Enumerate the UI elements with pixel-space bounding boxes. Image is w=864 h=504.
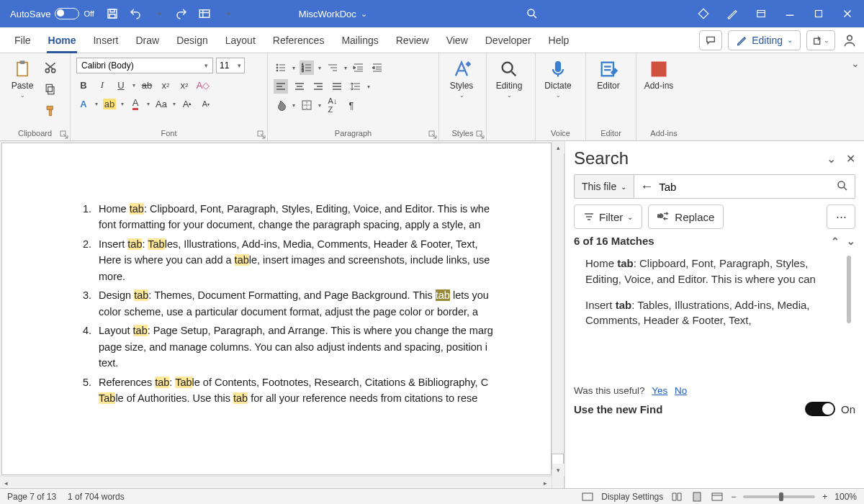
feedback-yes-link[interactable]: Yes bbox=[652, 385, 667, 396]
document-title[interactable]: MiscWorkDoc ⌄ bbox=[299, 9, 367, 19]
tab-view[interactable]: View bbox=[438, 27, 477, 53]
scroll-left-icon[interactable]: ◂ bbox=[0, 477, 12, 489]
replace-button[interactable]: ab Replace bbox=[648, 204, 724, 229]
panel-collapse-icon[interactable]: ⌄ bbox=[827, 152, 836, 166]
focus-mode-icon[interactable] bbox=[581, 491, 594, 503]
grid-icon[interactable] bbox=[198, 7, 211, 20]
list-item[interactable]: References tab: Table of Contents, Footn… bbox=[94, 374, 551, 407]
panel-close-icon[interactable]: ✕ bbox=[846, 152, 855, 166]
next-match-icon[interactable]: ⌄ bbox=[847, 235, 855, 247]
results-list[interactable]: Home tab: Clipboard, Font, Paragraph, St… bbox=[574, 253, 855, 377]
format-painter-icon[interactable] bbox=[43, 104, 58, 118]
tab-mailings[interactable]: Mailings bbox=[333, 27, 387, 53]
maximize-icon[interactable] bbox=[812, 7, 825, 20]
align-center-button[interactable] bbox=[292, 79, 307, 94]
copy-icon[interactable] bbox=[43, 82, 58, 96]
search-submit-icon[interactable] bbox=[836, 179, 849, 194]
text-effects-button[interactable]: A bbox=[76, 96, 91, 111]
scroll-up-icon[interactable]: ▴ bbox=[552, 141, 564, 153]
italic-button[interactable]: I bbox=[95, 78, 109, 92]
dialog-launcher-icon[interactable] bbox=[257, 130, 266, 139]
list-item[interactable]: Layout tab: Page Setup, Paragraph, and A… bbox=[94, 323, 551, 371]
tab-home[interactable]: Home bbox=[40, 27, 85, 53]
tab-draw[interactable]: Draw bbox=[127, 27, 168, 53]
numbering-button[interactable]: 123 bbox=[300, 60, 314, 75]
collapse-ribbon-icon[interactable]: ⌄ bbox=[851, 58, 860, 69]
more-options-button[interactable]: ⋯ bbox=[827, 204, 855, 229]
list-item[interactable]: Design tab: Themes, Document Formatting,… bbox=[94, 287, 551, 320]
scroll-down-icon[interactable]: ▾ bbox=[552, 464, 564, 476]
pen-icon[interactable] bbox=[726, 7, 739, 20]
tab-review[interactable]: Review bbox=[387, 27, 438, 53]
sort-button[interactable]: A↓Z bbox=[325, 98, 340, 112]
clear-format-button[interactable]: A◇ bbox=[196, 78, 210, 92]
undo-icon[interactable] bbox=[129, 7, 142, 20]
multilevel-button[interactable] bbox=[325, 60, 340, 75]
list-item[interactable]: Home tab: Clipboard, Font, Paragraph, St… bbox=[94, 201, 551, 233]
share-button[interactable]: ⌄ bbox=[806, 30, 835, 50]
change-case-button[interactable]: Aa bbox=[154, 96, 168, 111]
bullets-button[interactable] bbox=[274, 60, 288, 75]
dialog-launcher-icon[interactable] bbox=[476, 130, 485, 139]
tab-file[interactable]: File bbox=[6, 27, 40, 53]
align-right-button[interactable] bbox=[311, 79, 325, 94]
read-mode-icon[interactable] bbox=[670, 491, 683, 503]
bold-button[interactable]: B bbox=[76, 78, 91, 92]
minimize-icon[interactable] bbox=[783, 7, 796, 20]
addins-button[interactable]: Add-ins bbox=[641, 56, 677, 91]
editing-mode-button[interactable]: Editing ⌄ bbox=[728, 30, 801, 50]
save-icon[interactable] bbox=[106, 7, 119, 20]
search-input[interactable] bbox=[659, 181, 830, 193]
display-settings-button[interactable]: Display Settings bbox=[601, 492, 663, 502]
status-page[interactable]: Page 7 of 13 bbox=[7, 492, 56, 502]
tab-references[interactable]: References bbox=[264, 27, 333, 53]
cut-icon[interactable] bbox=[43, 60, 58, 75]
font-color-button[interactable]: A bbox=[128, 96, 143, 111]
underline-button[interactable]: U bbox=[114, 78, 128, 92]
grow-font-button[interactable]: A▴ bbox=[180, 96, 194, 111]
dictate-button[interactable]: Dictate⌄ bbox=[540, 56, 576, 99]
editor-button[interactable]: Editor bbox=[590, 56, 626, 91]
close-icon[interactable] bbox=[841, 7, 854, 20]
dialog-launcher-icon[interactable] bbox=[60, 130, 68, 139]
superscript-button[interactable]: x2 bbox=[177, 78, 192, 92]
increase-indent-button[interactable] bbox=[370, 60, 384, 75]
editing-group-button[interactable]: Editing⌄ bbox=[491, 56, 527, 99]
tab-insert[interactable]: Insert bbox=[84, 27, 127, 53]
feedback-no-link[interactable]: No bbox=[675, 385, 687, 396]
search-scope-select[interactable]: This file ⌄ bbox=[574, 174, 634, 199]
document-page[interactable]: Home tab: Clipboard, Font, Paragraph, St… bbox=[1, 143, 552, 475]
search-icon[interactable] bbox=[526, 7, 539, 20]
zoom-value[interactable]: 100% bbox=[834, 492, 857, 502]
qat-more-icon[interactable] bbox=[221, 7, 234, 20]
filter-button[interactable]: Filter ⌄ bbox=[574, 204, 642, 229]
borders-button[interactable] bbox=[300, 98, 314, 112]
result-item[interactable]: Home tab: Clipboard, Font, Paragraph, St… bbox=[574, 253, 851, 294]
decrease-indent-button[interactable] bbox=[351, 60, 366, 75]
vertical-scrollbar[interactable]: ▴ ▾ bbox=[552, 141, 564, 488]
align-left-button[interactable] bbox=[274, 79, 288, 94]
scroll-right-icon[interactable]: ▸ bbox=[539, 477, 552, 489]
pilcrow-button[interactable]: ¶ bbox=[344, 98, 359, 112]
subscript-button[interactable]: x2 bbox=[158, 78, 173, 92]
diamond-icon[interactable] bbox=[697, 7, 710, 20]
zoom-out-button[interactable]: − bbox=[731, 492, 736, 502]
print-layout-icon[interactable] bbox=[690, 491, 703, 503]
autosave-toggle[interactable]: AutoSave Off bbox=[10, 8, 94, 19]
horizontal-scrollbar[interactable]: ◂ ▸ bbox=[0, 476, 552, 488]
zoom-in-button[interactable]: + bbox=[822, 492, 827, 502]
font-size-select[interactable]: 11▾ bbox=[216, 58, 245, 73]
undo-dropdown-icon[interactable] bbox=[152, 7, 165, 20]
back-arrow-icon[interactable]: ← bbox=[640, 179, 653, 194]
paste-button[interactable]: Paste ⌄ bbox=[4, 56, 40, 99]
tab-help[interactable]: Help bbox=[540, 27, 578, 53]
account-button[interactable] bbox=[841, 32, 858, 49]
tab-design[interactable]: Design bbox=[168, 27, 217, 53]
zoom-slider[interactable] bbox=[743, 495, 815, 498]
highlight-button[interactable]: ab bbox=[102, 96, 117, 111]
search-box[interactable]: ← bbox=[634, 174, 855, 199]
list-item[interactable]: Insert tab: Tables, Illustrations, Add-i… bbox=[94, 236, 551, 284]
shading-button[interactable] bbox=[274, 98, 288, 112]
dialog-launcher-icon[interactable] bbox=[428, 130, 437, 139]
strikethrough-button[interactable]: ab bbox=[140, 78, 154, 92]
